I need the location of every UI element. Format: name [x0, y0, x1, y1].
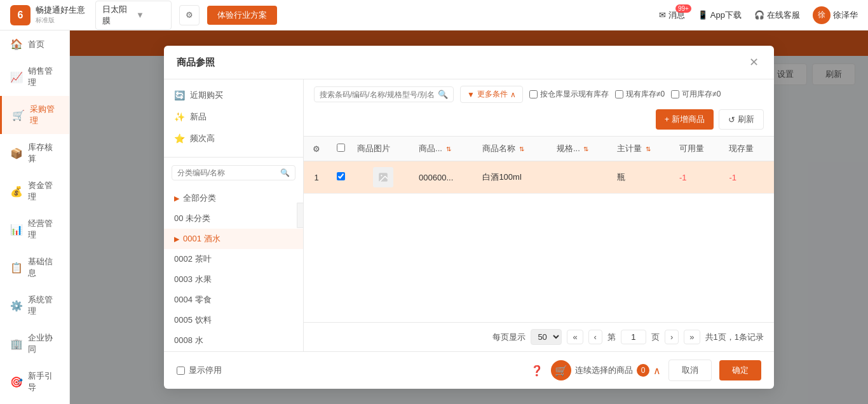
cat-label-0003: 0003 水果: [174, 274, 212, 285]
cat-item-00[interactable]: 00 未分类: [164, 208, 303, 229]
cat-label-all: 全部分类: [183, 192, 216, 204]
recent-tab[interactable]: 🔄 近期购买: [164, 84, 303, 106]
select-all-checkbox[interactable]: [337, 144, 345, 152]
cart-count-badge: 0: [637, 364, 649, 377]
available-stock-label: 可用库存≠0: [682, 89, 721, 100]
cell-stock: -1: [724, 161, 774, 194]
cat-item-0010[interactable]: 0010 家电: [164, 351, 303, 351]
product-table-wrap: ⚙ 商品图片: [304, 137, 774, 322]
message-badge: 99+: [675, 4, 691, 13]
th-image-label: 商品图片: [357, 144, 390, 153]
cancel-button[interactable]: 取消: [668, 360, 712, 381]
cart-icon: 🛒: [551, 360, 571, 380]
show-disabled-checkbox[interactable]: [177, 367, 185, 375]
help-icon[interactable]: ❓: [531, 365, 543, 377]
product-search-bar[interactable]: 🔍: [314, 86, 454, 102]
table-row[interactable]: 1: [304, 161, 774, 194]
sidebar-label-enterprise: 企业协同: [28, 332, 59, 355]
frequent-tab[interactable]: ⭐ 频次高: [164, 128, 303, 149]
product-search-icon[interactable]: 🔍: [438, 90, 448, 99]
cat-item-0005[interactable]: 0005 饮料: [164, 310, 303, 330]
cell-spec: [552, 161, 612, 194]
sidebar-item-finance[interactable]: 💰 资金管理: [0, 172, 69, 210]
sidebar-label-operation: 经营管理: [28, 218, 59, 241]
filter-button[interactable]: ▼ 更多条件 ∧: [460, 86, 523, 103]
confirm-button[interactable]: 确定: [719, 360, 761, 380]
cell-image: [352, 161, 414, 194]
new-tab[interactable]: ✨ 新品: [164, 106, 303, 128]
left-panel-divider: [164, 157, 303, 158]
prev-page-button[interactable]: ‹: [588, 330, 602, 344]
next-page-button[interactable]: ›: [665, 330, 679, 344]
sidebar-item-sales[interactable]: 📈 销售管理: [0, 58, 69, 96]
collapse-up-button[interactable]: ∧: [653, 365, 661, 377]
user-profile-button[interactable]: 徐 徐泽华: [813, 6, 858, 24]
th-code: 商品... ⇅: [414, 137, 477, 161]
store-selector[interactable]: 日太阳膜 ▼: [95, 1, 172, 30]
messages-button[interactable]: ✉ 消息 99+: [659, 10, 685, 21]
name-sort-icon[interactable]: ⇅: [519, 145, 524, 152]
system-icon: ⚙️: [10, 300, 23, 312]
cat-item-0001[interactable]: ▶ 0001 酒水: [164, 229, 303, 249]
sidebar-item-home[interactable]: 🏠 首页: [0, 30, 69, 58]
category-search-input[interactable]: [177, 168, 280, 177]
product-search-input[interactable]: [320, 90, 438, 99]
cart-area: 🛒 连续选择的商品 0 ∧: [551, 360, 661, 380]
cat-label-0002: 0002 茶叶: [174, 253, 212, 265]
sidebar-item-basic[interactable]: 📋 基础信息: [0, 248, 69, 286]
by-warehouse-label: 按仓库显示现有库存: [540, 89, 609, 100]
sidebar-item-inventory[interactable]: 📦 库存核算: [0, 134, 69, 172]
refresh-button[interactable]: ↺ 刷新: [719, 109, 764, 130]
cat-label-0005: 0005 饮料: [174, 314, 212, 326]
cell-checkbox[interactable]: [329, 161, 352, 194]
finance-icon: 💰: [10, 185, 23, 198]
recent-icon: 🔄: [174, 90, 185, 100]
cat-item-0002[interactable]: 0002 茶叶: [164, 249, 303, 269]
page-number-input[interactable]: [621, 330, 646, 344]
available-stock-filter[interactable]: 可用库存≠0: [671, 89, 721, 100]
cat-item-0003[interactable]: 0003 水果: [164, 269, 303, 290]
th-unit-label: 主计量: [617, 144, 642, 153]
cat-label-0004: 0004 零食: [174, 294, 212, 306]
cat-item-0004[interactable]: 0004 零食: [164, 290, 303, 310]
available-stock-checkbox[interactable]: [671, 90, 679, 98]
modal-body: 🔄 近期购买 ✨ 新品 ⭐ 频次高: [164, 79, 774, 351]
table-header-row: ⚙ 商品图片: [304, 137, 774, 161]
collapse-left-panel-button[interactable]: 《: [297, 203, 304, 228]
headset-icon: 🎧: [754, 10, 764, 20]
last-page-button[interactable]: »: [684, 330, 700, 344]
by-warehouse-filter[interactable]: 按仓库显示现有库存: [529, 89, 609, 100]
cat-item-all[interactable]: ▶ 全部分类: [164, 188, 303, 208]
th-unit: 主计量 ⇅: [612, 137, 674, 161]
sidebar-item-apps[interactable]: 📱 应用中心: [0, 401, 69, 404]
app-download-button[interactable]: 📱 App下载: [698, 10, 742, 21]
has-stock-checkbox[interactable]: [615, 90, 623, 98]
has-stock-filter[interactable]: 现有库存≠0: [615, 89, 665, 100]
store-name: 日太阳膜: [102, 4, 131, 27]
sidebar-item-system[interactable]: ⚙️ 系统管理: [0, 286, 69, 325]
settings-button[interactable]: ⚙: [179, 5, 200, 25]
sidebar-item-enterprise[interactable]: 🏢 企业协同: [0, 325, 69, 363]
th-name: 商品名称 ⇅: [477, 137, 552, 161]
online-service-button[interactable]: 🎧 在线客服: [754, 10, 800, 21]
code-sort-icon[interactable]: ⇅: [446, 145, 451, 152]
sidebar-item-purchase[interactable]: 🛒 采购管理: [0, 96, 69, 134]
category-search-icon[interactable]: 🔍: [280, 168, 290, 177]
unit-sort-icon[interactable]: ⇅: [646, 145, 651, 152]
sidebar-item-operation[interactable]: 📊 经营管理: [0, 210, 69, 248]
show-disabled-toggle[interactable]: 显示停用: [177, 365, 222, 376]
modal-close-button[interactable]: ✕: [746, 55, 761, 70]
add-product-button[interactable]: + 新增商品: [656, 109, 714, 130]
th-available-label: 可用量: [679, 144, 704, 153]
experience-button[interactable]: 体验行业方案: [207, 6, 277, 25]
column-settings-icon[interactable]: ⚙: [313, 144, 320, 154]
row-checkbox[interactable]: [337, 172, 345, 180]
category-search-bar[interactable]: 🔍: [172, 165, 295, 180]
spec-sort-icon[interactable]: ⇅: [583, 145, 588, 152]
page-size-select[interactable]: 50: [531, 329, 562, 345]
modal-right-panel: 🔍 ▼ 更多条件 ∧ 按仓库显示现有库存: [304, 79, 774, 351]
by-warehouse-checkbox[interactable]: [529, 90, 538, 98]
sidebar-item-guide[interactable]: 🎯 新手引导: [0, 363, 69, 401]
cat-item-0008[interactable]: 0008 水: [164, 330, 303, 351]
first-page-button[interactable]: «: [567, 330, 583, 344]
